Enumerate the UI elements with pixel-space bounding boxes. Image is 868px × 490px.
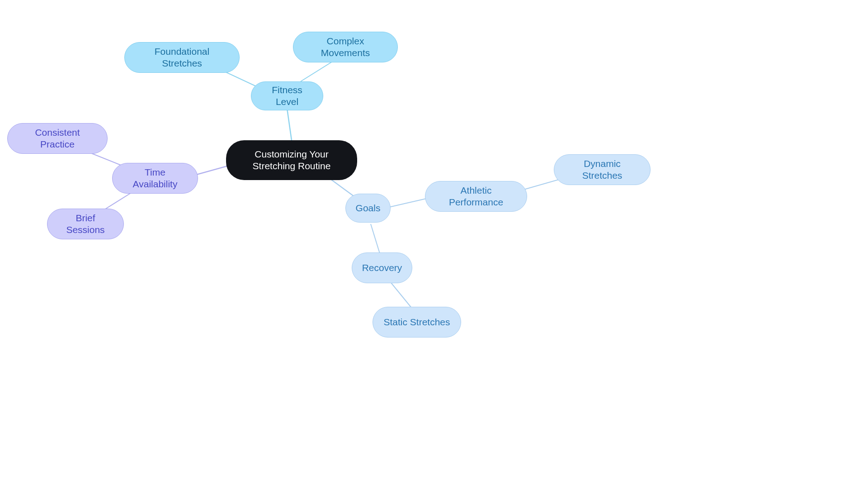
node-complex-movements-label: Complex Movements bbox=[302, 35, 388, 59]
node-static-stretches: Static Stretches bbox=[373, 307, 461, 338]
svg-line-0 bbox=[287, 109, 292, 140]
node-fitness-level-label: Fitness Level bbox=[260, 84, 314, 108]
node-dynamic-stretches-label: Dynamic Stretches bbox=[563, 158, 641, 182]
node-consistent-practice-label: Consistent Practice bbox=[17, 127, 98, 151]
node-foundational-stretches: Foundational Stretches bbox=[124, 42, 240, 73]
node-center: Customizing Your Stretching Routine bbox=[226, 140, 357, 180]
node-foundational-stretches-label: Foundational Stretches bbox=[134, 46, 230, 70]
node-time-availability: Time Availability bbox=[112, 163, 198, 194]
node-goals-label: Goals bbox=[356, 202, 381, 214]
svg-line-7 bbox=[391, 283, 411, 308]
node-athletic-performance-label: Athletic Performance bbox=[434, 185, 518, 209]
svg-line-6 bbox=[371, 224, 380, 253]
node-dynamic-stretches: Dynamic Stretches bbox=[554, 154, 651, 185]
node-center-label: Customizing Your Stretching Routine bbox=[236, 148, 348, 172]
node-recovery: Recovery bbox=[352, 252, 412, 283]
edge-layer bbox=[0, 0, 868, 490]
node-complex-movements: Complex Movements bbox=[293, 32, 398, 62]
node-brief-sessions: Brief Sessions bbox=[47, 209, 124, 239]
node-consistent-practice: Consistent Practice bbox=[7, 123, 108, 154]
node-recovery-label: Recovery bbox=[362, 262, 402, 274]
node-time-availability-label: Time Availability bbox=[122, 167, 189, 190]
node-fitness-level: Fitness Level bbox=[251, 81, 323, 110]
node-goals: Goals bbox=[345, 194, 391, 223]
node-brief-sessions-label: Brief Sessions bbox=[57, 212, 114, 236]
node-static-stretches-label: Static Stretches bbox=[383, 316, 450, 328]
node-athletic-performance: Athletic Performance bbox=[425, 181, 527, 212]
